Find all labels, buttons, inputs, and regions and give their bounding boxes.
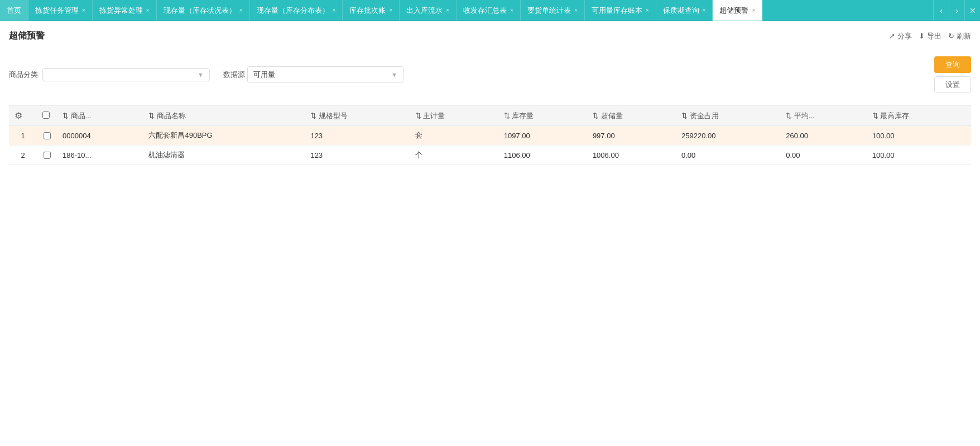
nav-item-task[interactable]: 拣货任务管理×	[28, 0, 93, 21]
row-checkbox[interactable]	[44, 152, 51, 159]
table-header: ⚙ ⇅ 商品... ⇅ 商品名称 ⇅ 规格型号 ⇅ 主计量 ⇅	[9, 106, 971, 126]
th-checkbox	[37, 106, 57, 126]
th-product-name: ⇅ 商品名称	[143, 106, 305, 126]
th-avg-label: ⇅ 平均...	[786, 112, 814, 120]
th-product-name-label: ⇅ 商品名称	[148, 112, 186, 120]
nav-item-label: 保质期查询	[663, 6, 699, 16]
datasource-select[interactable]: 可用量 ▼	[247, 66, 403, 83]
th-overstock-label: ⇅ 超储量	[593, 112, 623, 120]
nav-item-order-stats[interactable]: 要货单统计表×	[521, 0, 585, 21]
cell-overstock: 1006.00	[587, 146, 676, 165]
th-spec-label: ⇅ 规格型号	[310, 112, 348, 120]
nav-close-icon[interactable]: ×	[333, 7, 336, 13]
nav-close-icon[interactable]: ×	[389, 7, 392, 13]
cell-stock: 1106.00	[498, 146, 587, 165]
share-link[interactable]: ↗ 分享	[889, 31, 912, 41]
refresh-icon: ↻	[948, 32, 954, 40]
cell-product-code: 186-10...	[57, 146, 143, 165]
th-capital-label: ⇅ 资金占用	[681, 112, 719, 120]
th-max-stock: ⇅ 最高库存	[867, 106, 971, 126]
category-select[interactable]: ▼	[42, 68, 210, 81]
nav-close-icon[interactable]: ×	[239, 7, 243, 13]
th-stock: ⇅ 库存量	[498, 106, 587, 126]
select-all-checkbox[interactable]	[42, 112, 50, 119]
filter-row: 商品分类 ▼ 数据源 可用量 ▼ 查询 设置	[9, 51, 971, 99]
cell-max-stock: 100.00	[867, 146, 971, 165]
table-body: 1 0000004 六配套新昌490BPG 123 套 1097.00 997.…	[9, 126, 971, 165]
datasource-filter: 数据源 可用量 ▼	[223, 66, 403, 83]
cell-index: 2	[9, 146, 37, 165]
nav-close-icon[interactable]: ×	[752, 7, 755, 13]
cell-max-stock: 100.00	[867, 126, 971, 146]
cell-capital: 259220.00	[676, 126, 780, 146]
th-max-stock-label: ⇅ 最高库存	[872, 112, 910, 120]
data-table: ⚙ ⇅ 商品... ⇅ 商品名称 ⇅ 规格型号 ⇅ 主计量 ⇅	[9, 105, 971, 165]
filter-buttons: 查询 设置	[934, 56, 971, 93]
datasource-label: 数据源	[223, 70, 245, 80]
nav-close-icon[interactable]: ×	[574, 7, 578, 13]
nav-item-label: 库存批次账	[349, 6, 386, 16]
export-link[interactable]: ⬇ 导出	[919, 31, 941, 41]
cell-product-name: 六配套新昌490BPG	[143, 126, 305, 146]
table-row: 1 0000004 六配套新昌490BPG 123 套 1097.00 997.…	[9, 126, 971, 146]
nav-close-btn[interactable]: ✕	[964, 0, 980, 21]
nav-item-avail-stock[interactable]: 可用量库存账本×	[585, 0, 656, 21]
table-row: 2 186-10... 机油滤清器 123 个 1106.00 1006.00 …	[9, 146, 971, 165]
cell-capital: 0.00	[676, 146, 780, 165]
settings-button[interactable]: 设置	[934, 76, 971, 93]
th-settings: ⚙	[9, 106, 37, 126]
nav-close-icon[interactable]: ×	[510, 7, 513, 13]
page-title: 超储预警	[9, 30, 45, 42]
datasource-value: 可用量	[253, 70, 275, 80]
cell-spec: 123	[305, 126, 409, 146]
cell-unit: 套	[410, 126, 498, 146]
nav-item-abnormal[interactable]: 拣货异常处理×	[93, 0, 157, 21]
cell-stock: 1097.00	[498, 126, 587, 146]
nav-item-home[interactable]: 首页	[0, 0, 28, 21]
query-button[interactable]: 查询	[934, 56, 971, 73]
nav-close-icon[interactable]: ×	[446, 7, 449, 13]
nav-item-batch[interactable]: 库存批次账×	[343, 0, 400, 21]
cell-product-code: 0000004	[57, 126, 143, 146]
nav-item-quality[interactable]: 保质期查询×	[656, 0, 713, 21]
th-capital: ⇅ 资金占用	[676, 106, 780, 126]
header-actions: ↗ 分享 ⬇ 导出 ↻ 刷新	[889, 31, 971, 41]
nav-item-inout[interactable]: 出入库流水×	[400, 0, 457, 21]
nav-left-btn[interactable]: ‹	[933, 0, 949, 21]
cell-overstock: 997.00	[587, 126, 676, 146]
cell-index: 1	[9, 126, 37, 146]
cell-product-name: 机油滤清器	[143, 146, 305, 165]
nav-item-overstock[interactable]: 超储预警×	[713, 0, 762, 21]
export-icon: ⬇	[919, 32, 925, 40]
nav-close-icon[interactable]: ×	[146, 7, 150, 13]
main-content: 超储预警 ↗ 分享 ⬇ 导出 ↻ 刷新 商品分类 ▼ 数据源	[0, 21, 980, 446]
cell-unit: 个	[410, 146, 498, 165]
share-icon: ↗	[889, 32, 895, 40]
cell-avg: 0.00	[780, 146, 866, 165]
nav-item-label: 超储预警	[719, 6, 748, 16]
nav-right-btn[interactable]: ›	[949, 0, 964, 21]
cell-avg: 260.00	[780, 126, 866, 146]
gear-icon[interactable]: ⚙	[15, 110, 22, 121]
refresh-link[interactable]: ↻ 刷新	[948, 31, 971, 41]
th-product-code: ⇅ 商品...	[57, 106, 143, 126]
page-header: 超储预警 ↗ 分享 ⬇ 导出 ↻ 刷新	[9, 30, 971, 42]
th-product-code-label: ⇅ 商品...	[63, 112, 91, 120]
row-checkbox[interactable]	[44, 132, 51, 139]
nav-item-label: 要货单统计表	[527, 6, 571, 16]
top-navigation: 首页拣货任务管理×拣货异常处理×现存量（库存状况表）×现存量（库存分布表）×库存…	[0, 0, 980, 21]
nav-item-label: 现存量（库存分布表）	[257, 6, 329, 16]
nav-item-label: 拣货异常处理	[99, 6, 143, 16]
nav-item-summary[interactable]: 收发存汇总表×	[457, 0, 521, 21]
cell-checkbox	[37, 146, 57, 165]
nav-item-stock-dist[interactable]: 现存量（库存分布表）×	[250, 0, 343, 21]
nav-close-icon[interactable]: ×	[703, 7, 706, 13]
nav-item-label: 收发存汇总表	[463, 6, 507, 16]
nav-item-stock-status[interactable]: 现存量（库存状况表）×	[157, 0, 250, 21]
nav-close-icon[interactable]: ×	[646, 7, 649, 13]
cell-spec: 123	[305, 146, 409, 165]
category-filter: 商品分类 ▼	[9, 68, 210, 81]
nav-item-label: 现存量（库存状况表）	[164, 6, 236, 16]
nav-close-icon[interactable]: ×	[82, 7, 85, 13]
category-label: 商品分类	[9, 70, 38, 80]
